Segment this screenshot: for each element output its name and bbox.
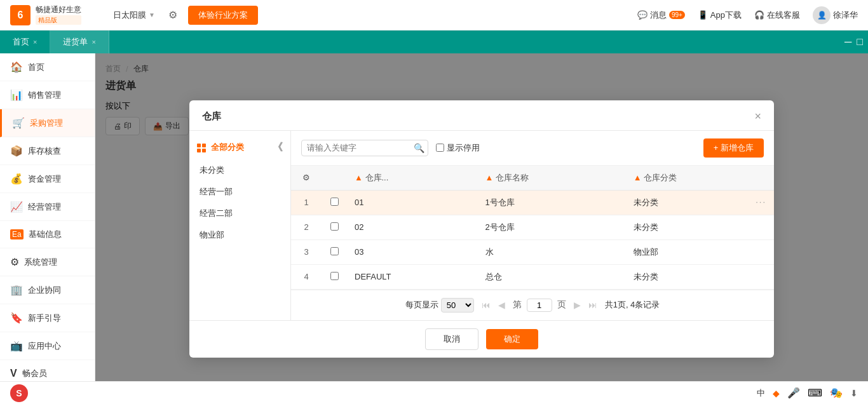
search-input[interactable] [307, 143, 414, 152]
row3-category: 物业部 [626, 239, 774, 264]
sort-name-icon: ▲ [485, 173, 494, 182]
row3-checkbox[interactable] [322, 239, 347, 264]
sort-code-icon: ▲ [355, 173, 363, 182]
bottom-logo: S [10, 384, 28, 402]
member-icon: V [10, 368, 17, 379]
app-logo-icon: 6 [10, 5, 31, 25]
sidebar: 🏠 首页 📊 销售管理 🛒 采购管理 📦 库存核查 💰 资金管理 📈 经营管理 … [0, 53, 95, 404]
col-category[interactable]: ▲ 仓库分类 [626, 166, 774, 191]
purchase-icon: 🛒 [12, 117, 25, 129]
logo-area: 6 畅捷通好生意 精品版 [10, 5, 105, 25]
modal-toolbar: 🔍 显示停用 + 新增仓库 [291, 131, 774, 166]
table-row[interactable]: 4 DEFAULT 总仓 未分类 [291, 264, 774, 289]
cancel-button[interactable]: 取消 [425, 328, 478, 350]
sidebar-item-inventory[interactable]: 📦 库存核查 [0, 137, 95, 165]
store-selector[interactable]: 日太阳膜 ▼ [105, 10, 163, 21]
show-disabled-checkbox-label[interactable]: 显示停用 [436, 142, 480, 154]
row1-checkbox[interactable] [322, 190, 347, 215]
sidebar-item-system[interactable]: ⚙ 系统管理 [0, 248, 95, 276]
row4-code: DEFAULT [347, 264, 478, 289]
show-disabled-checkbox[interactable] [436, 144, 444, 152]
zh-input-icon[interactable]: 中 [757, 387, 765, 399]
download-icon[interactable]: ⬇ [850, 388, 858, 398]
content-area: 首页 / 仓库 进货单 按以下 🖨 印 📤 导出 🔄 刷新 [95, 53, 868, 404]
bottom-bar-icons: 中 ◆ 🎤 ⌨ 🎭 ⬇ [757, 387, 858, 399]
modal-category-sidebar: 全部分类 《 未分类 经营一部 经营二部 物业部 [189, 131, 291, 320]
modal-close-button[interactable]: × [754, 111, 761, 122]
row2-code: 02 [347, 215, 478, 239]
tab-purchase-close-icon[interactable]: × [92, 38, 95, 46]
microphone-icon[interactable]: 🎤 [787, 387, 800, 399]
page-size-select[interactable]: 50 10 20 100 [441, 298, 474, 313]
keyboard-icon[interactable]: ⌨ [808, 387, 822, 399]
row4-checkbox[interactable] [322, 264, 347, 289]
gear-icon: ⚙ [168, 9, 177, 21]
page-number-input[interactable] [527, 299, 552, 312]
row1-code: 01 [347, 190, 478, 215]
row2-checkbox[interactable] [322, 215, 347, 239]
online-service-button[interactable]: 🎧 在线客服 [754, 10, 800, 21]
nav-tabs-bar: 首页 × 进货单 × ─ □ [0, 30, 868, 53]
last-page-button[interactable]: ⏭ [586, 299, 600, 311]
row3-index: 3 [291, 239, 322, 264]
sales-icon: 📊 [10, 89, 23, 101]
table-row[interactable]: 2 02 2号仓库 未分类 [291, 215, 774, 239]
modal-title: 仓库 [202, 111, 221, 123]
sidebar-item-home[interactable]: 🏠 首页 [0, 53, 95, 81]
first-page-button[interactable]: ⏮ [479, 299, 493, 311]
tab-home-close-icon[interactable]: × [33, 38, 37, 46]
system-icon: ⚙ [10, 256, 19, 268]
row4-name: 总仓 [478, 264, 626, 289]
messages-button[interactable]: 💬 消息 99+ [637, 10, 685, 21]
row3-name: 水 [478, 239, 626, 264]
modal-footer: 取消 确定 [189, 320, 774, 358]
confirm-button[interactable]: 确定 [486, 329, 538, 349]
category-item-dept1[interactable]: 经营一部 [189, 181, 290, 203]
category-item-property[interactable]: 物业部 [189, 224, 290, 246]
table-row[interactable]: 3 03 水 物业部 [291, 239, 774, 264]
col-code[interactable]: ▲ 仓库... [347, 166, 478, 191]
row1-index: 1 [291, 190, 322, 215]
sidebar-item-enterprise[interactable]: 🏢 企业协同 [0, 276, 95, 304]
sidebar-item-sales[interactable]: 📊 销售管理 [0, 81, 95, 109]
sidebar-item-purchase[interactable]: 🛒 采购管理 [0, 109, 95, 137]
diamond-icon[interactable]: ◆ [773, 388, 780, 398]
theater-icon[interactable]: 🎭 [830, 387, 843, 399]
table-settings-icon: ⚙ [302, 173, 310, 182]
search-icon[interactable]: 🔍 [414, 143, 424, 153]
settings-gear-button[interactable]: ⚙ [163, 5, 183, 25]
category-collapse-button[interactable]: 《 [273, 141, 283, 154]
row1-actions[interactable]: ··· [756, 197, 766, 206]
tab-home[interactable]: 首页 × [0, 30, 50, 53]
row4-category: 未分类 [626, 264, 774, 289]
finance-icon: 💰 [10, 173, 23, 185]
new-warehouse-button[interactable]: + 新增仓库 [703, 138, 764, 158]
maximize-icon[interactable]: □ [857, 36, 863, 48]
trial-industry-button[interactable]: 体验行业方案 [188, 6, 258, 25]
table-row[interactable]: 1 01 1号仓库 未分类 ··· [291, 190, 774, 215]
sidebar-item-operations[interactable]: 📈 经营管理 [0, 193, 95, 221]
enterprise-icon: 🏢 [10, 284, 23, 296]
app-download-button[interactable]: 📱 App下载 [698, 10, 742, 21]
row2-category: 未分类 [626, 215, 774, 239]
prev-page-button[interactable]: ◀ [496, 299, 508, 311]
tab-purchase[interactable]: 进货单 × [50, 30, 109, 53]
next-page-button[interactable]: ▶ [571, 299, 583, 311]
home-icon: 🏠 [10, 61, 23, 73]
sidebar-item-finance[interactable]: 💰 资金管理 [0, 165, 95, 193]
user-profile-button[interactable]: 👤 徐泽华 [813, 6, 858, 24]
modal-body: 全部分类 《 未分类 经营一部 经营二部 物业部 [189, 131, 774, 320]
minimize-icon[interactable]: ─ [844, 36, 851, 48]
col-name[interactable]: ▲ 仓库名称 [478, 166, 626, 191]
warehouse-search-box[interactable]: 🔍 [301, 140, 428, 156]
sidebar-item-basic-info[interactable]: Ea 基础信息 [0, 221, 95, 248]
all-category-header[interactable]: 全部分类 《 [189, 136, 290, 159]
sidebar-item-app-center[interactable]: 📺 应用中心 [0, 332, 95, 360]
category-item-dept2[interactable]: 经营二部 [189, 203, 290, 224]
sidebar-item-guide[interactable]: 🔖 新手引导 [0, 304, 95, 332]
inventory-icon: 📦 [10, 145, 23, 157]
category-item-unclassified[interactable]: 未分类 [189, 159, 290, 181]
page-size-selector: 每页显示 50 10 20 100 [405, 298, 474, 313]
row4-index: 4 [291, 264, 322, 289]
col-checkbox [322, 166, 347, 191]
